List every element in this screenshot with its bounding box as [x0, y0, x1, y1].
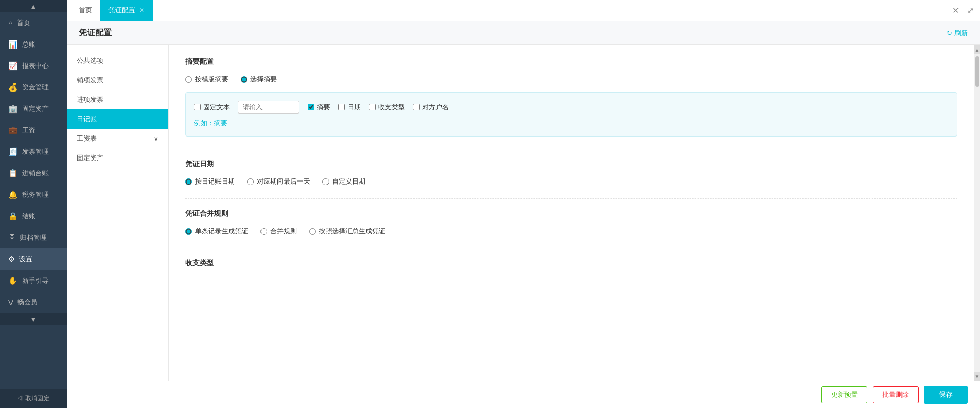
sidebar-unpin-button[interactable]: ◁ 取消固定	[0, 389, 67, 408]
sidebar-item-settings-label: 设置	[19, 255, 32, 264]
checkbox-counterpart-label: 对方户名	[422, 103, 449, 112]
salary-icon: 💼	[8, 126, 18, 135]
tab-home[interactable]: 首页	[71, 0, 100, 21]
sidebar-item-invoice[interactable]: 🧾 发票管理	[0, 141, 67, 163]
radio-select-merge-input[interactable]	[309, 228, 316, 235]
sidebar-item-sales[interactable]: 📋 进销台账	[0, 163, 67, 184]
sidebar-item-close-label: 结账	[22, 212, 35, 221]
checkbox-income-type-input[interactable]	[369, 104, 376, 110]
radio-select-label: 选择摘要	[250, 75, 277, 84]
sidebar-item-archive[interactable]: 🗄 归档管理	[0, 227, 67, 248]
sidebar-item-asset-label: 固定资产	[22, 104, 49, 114]
sidebar-item-close[interactable]: 🔒 结账	[0, 206, 67, 227]
radio-select-merge[interactable]: 按照选择汇总生成凭证	[309, 226, 385, 236]
radio-journal-date[interactable]: 按日记账日期	[185, 177, 235, 186]
radio-single[interactable]: 单条记录生成凭证	[185, 226, 248, 236]
scroll-up-btn[interactable]: ▲	[974, 45, 980, 54]
radio-custom-date-input[interactable]	[322, 178, 329, 185]
sidebar-item-fund[interactable]: 💰 资金管理	[0, 77, 67, 98]
nav-item-fixed-asset[interactable]: 固定资产	[67, 148, 168, 168]
sidebar-item-tax[interactable]: 🔔 税务管理	[0, 184, 67, 206]
right-content: 摘要配置 按模版摘要 选择摘要 固定文本	[169, 45, 974, 381]
sidebar-item-asset[interactable]: 🏢 固定资产	[0, 98, 67, 120]
update-preview-button[interactable]: 更新预置	[821, 386, 867, 403]
nav-item-purchase-invoice[interactable]: 进项发票	[67, 90, 168, 109]
checkbox-date-input[interactable]	[338, 104, 345, 110]
radio-journal-date-input[interactable]	[185, 178, 192, 185]
radio-journal-date-label: 按日记账日期	[195, 177, 235, 186]
window-expand-icon[interactable]: ⤢	[965, 5, 976, 16]
radio-template-input[interactable]	[185, 76, 192, 83]
checkbox-fixed-text[interactable]: 固定文本	[194, 103, 230, 112]
divider-1	[185, 149, 957, 149]
invoice-icon: 🧾	[8, 147, 18, 156]
refresh-icon: ↻	[947, 29, 952, 37]
radio-period-last[interactable]: 对应期间最后一天	[247, 177, 310, 186]
page-title: 凭证配置	[79, 28, 112, 38]
sidebar-scroll-up[interactable]: ▲	[0, 0, 67, 12]
sidebar-item-salary-label: 工资	[22, 126, 35, 135]
batch-delete-button[interactable]: 批量删除	[873, 386, 919, 403]
sidebar-item-home[interactable]: ⌂ 首页	[0, 12, 67, 34]
checkbox-date-label: 日期	[347, 103, 361, 112]
scroll-thumb[interactable]	[975, 56, 979, 87]
summary-radio-group: 按模版摘要 选择摘要	[185, 75, 957, 84]
sidebar-item-vip[interactable]: V 畅会员	[0, 291, 67, 313]
sidebar-item-ledger[interactable]: 📊 总账	[0, 34, 67, 55]
merge-rules-radio-group: 单条记录生成凭证 合并规则 按照选择汇总生成凭证	[185, 226, 957, 236]
checkbox-counterpart[interactable]: 对方户名	[413, 103, 449, 112]
income-type-title: 收支类型	[185, 259, 957, 268]
sidebar-item-settings[interactable]: ⚙ 设置	[0, 248, 67, 270]
nav-item-public[interactable]: 公共选项	[67, 51, 168, 71]
sidebar-item-guide[interactable]: ✋ 新手引导	[0, 270, 67, 291]
fixed-text-input[interactable]	[238, 101, 299, 114]
sidebar-item-report[interactable]: 📈 报表中心	[0, 55, 67, 77]
checkbox-summary-input[interactable]	[308, 104, 314, 110]
checkbox-fixed-text-input[interactable]	[194, 104, 201, 110]
radio-single-input[interactable]	[185, 228, 192, 235]
sidebar-item-home-label: 首页	[17, 18, 30, 28]
close-account-icon: 🔒	[8, 212, 18, 221]
archive-icon: 🗄	[8, 234, 16, 242]
radio-merge-input[interactable]	[260, 228, 267, 235]
sales-icon: 📋	[8, 169, 18, 178]
checkbox-summary[interactable]: 摘要	[308, 103, 330, 112]
radio-select-input[interactable]	[241, 76, 247, 83]
radio-select-summary[interactable]: 选择摘要	[241, 75, 277, 84]
sidebar: ▲ ⌂ 首页 📊 总账 📈 报表中心 💰 资金管理 🏢 固定资产 💼 工资 🧾 …	[0, 0, 67, 408]
checkbox-date[interactable]: 日期	[338, 103, 361, 112]
sidebar-item-tax-label: 税务管理	[22, 190, 49, 199]
window-close-icon[interactable]: ✕	[950, 5, 961, 16]
home-icon: ⌂	[8, 19, 13, 28]
tab-close-icon[interactable]: ✕	[139, 7, 144, 14]
radio-template-summary[interactable]: 按模版摘要	[185, 75, 228, 84]
page-header: 凭证配置 ↻ 刷新	[67, 21, 980, 45]
nav-item-public-label: 公共选项	[77, 56, 103, 65]
save-button[interactable]: 保存	[924, 386, 968, 404]
nav-item-sales-invoice[interactable]: 销项发票	[67, 71, 168, 90]
scroll-down-btn[interactable]: ▼	[974, 372, 980, 381]
radio-period-last-input[interactable]	[247, 178, 254, 185]
voucher-date-section: 凭证日期 按日记账日期 对应期间最后一天 自定义日期	[185, 160, 957, 186]
refresh-button[interactable]: ↻ 刷新	[947, 29, 968, 38]
checkbox-counterpart-input[interactable]	[413, 104, 420, 110]
divider-2	[185, 198, 957, 199]
income-type-section: 收支类型	[185, 259, 957, 268]
nav-item-sales-invoice-label: 销项发票	[77, 76, 103, 85]
nav-item-payroll[interactable]: 工资表 ∨	[67, 129, 168, 148]
checkbox-fixed-text-label: 固定文本	[203, 103, 230, 112]
radio-merge[interactable]: 合并规则	[260, 226, 297, 236]
voucher-date-title: 凭证日期	[185, 160, 957, 169]
sidebar-item-salary[interactable]: 💼 工资	[0, 120, 67, 141]
radio-custom-date[interactable]: 自定义日期	[322, 177, 365, 186]
summary-config-title: 摘要配置	[185, 57, 957, 66]
tab-home-label: 首页	[79, 6, 92, 15]
sidebar-item-fund-label: 资金管理	[22, 83, 49, 92]
checkbox-income-type[interactable]: 收支类型	[369, 103, 405, 112]
tab-voucher[interactable]: 凭证配置 ✕	[100, 0, 153, 21]
voucher-date-radio-group: 按日记账日期 对应期间最后一天 自定义日期	[185, 177, 957, 186]
radio-template-label: 按模版摘要	[195, 75, 228, 84]
nav-item-journal[interactable]: 日记账	[67, 109, 168, 129]
radio-single-label: 单条记录生成凭证	[195, 226, 248, 236]
sidebar-scroll-down[interactable]: ▼	[0, 313, 67, 325]
